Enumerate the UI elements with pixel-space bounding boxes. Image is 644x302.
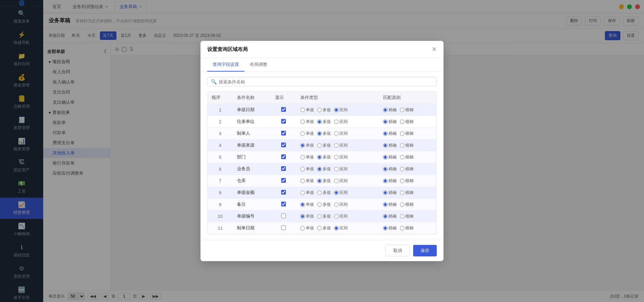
type-radio-区间[interactable]: 区间: [334, 178, 348, 184]
type-radio-区间[interactable]: 区间: [334, 119, 348, 125]
match-radio-精确[interactable]: 精确: [383, 202, 397, 207]
match-radio-模糊[interactable]: 模糊: [400, 225, 413, 231]
row-order: 7: [208, 175, 233, 187]
row-display: [271, 151, 296, 163]
match-radio-精确[interactable]: 精确: [383, 143, 397, 148]
match-radio-精确[interactable]: 精确: [383, 131, 397, 136]
display-checkbox[interactable]: [281, 178, 286, 183]
type-radio-区间[interactable]: 区间: [334, 202, 348, 207]
settings-dialog: 设置查询区域布局 ✕ 查询字段设置布局调整 🔍 顺序条件名称显示条件类型匹配原则…: [200, 41, 444, 261]
type-radio-多值[interactable]: 多值: [317, 154, 331, 160]
type-radio-单值[interactable]: 单值: [300, 178, 314, 184]
type-radio-区间[interactable]: 区间: [334, 154, 348, 160]
match-radio-模糊[interactable]: 模糊: [400, 154, 413, 160]
match-radio-精确[interactable]: 精确: [383, 178, 397, 184]
search-icon: 🔍: [211, 79, 217, 84]
dialog-save-button[interactable]: 保存: [413, 245, 437, 256]
row-display: [271, 175, 296, 187]
type-radio-单值[interactable]: 单值: [300, 202, 314, 207]
type-radio-区间[interactable]: 区间: [334, 131, 348, 136]
match-radio-精确[interactable]: 精确: [383, 154, 397, 160]
type-radio-多值[interactable]: 多值: [317, 119, 331, 125]
row-name: 往来单位: [233, 116, 271, 128]
row-match: 精确模糊: [379, 187, 436, 199]
display-checkbox[interactable]: [281, 143, 286, 147]
match-radio-精确[interactable]: 精确: [383, 119, 397, 125]
match-radio-模糊[interactable]: 模糊: [400, 213, 413, 219]
row-type: 单值多值区间: [296, 210, 379, 222]
display-checkbox[interactable]: [281, 202, 286, 206]
type-radio-区间[interactable]: 区间: [334, 107, 348, 113]
table-row: 3制单人单值多值区间精确模糊: [208, 128, 436, 140]
row-match: 精确模糊: [379, 222, 436, 234]
type-radio-区间[interactable]: 区间: [334, 225, 348, 231]
match-radio-模糊[interactable]: 模糊: [400, 131, 413, 136]
type-radio-单值[interactable]: 单值: [300, 107, 314, 113]
type-radio-多值[interactable]: 多值: [317, 131, 331, 136]
type-radio-多值[interactable]: 多值: [317, 178, 331, 184]
row-display: [271, 222, 296, 234]
row-match: 精确模糊: [379, 175, 436, 187]
row-match: 精确模糊: [379, 210, 436, 222]
row-type: 单值多值区间: [296, 199, 379, 210]
modal-overlay: 设置查询区域布局 ✕ 查询字段设置布局调整 🔍 顺序条件名称显示条件类型匹配原则…: [0, 0, 644, 302]
type-radio-单值[interactable]: 单值: [300, 166, 314, 172]
row-type: 单值多值区间: [296, 222, 379, 234]
match-radio-模糊[interactable]: 模糊: [400, 178, 413, 184]
type-radio-区间[interactable]: 区间: [334, 190, 348, 196]
dialog-tab-query_fields[interactable]: 查询字段设置: [207, 58, 244, 72]
row-type: 单值多值区间: [296, 175, 379, 187]
display-checkbox[interactable]: [281, 131, 286, 135]
type-radio-区间[interactable]: 区间: [334, 143, 348, 148]
type-radio-单值[interactable]: 单值: [300, 154, 314, 160]
row-type: 单值多值区间: [296, 128, 379, 140]
match-radio-模糊[interactable]: 模糊: [400, 107, 413, 113]
match-radio-精确[interactable]: 精确: [383, 166, 397, 172]
row-order: 10: [208, 210, 233, 222]
type-radio-单值[interactable]: 单值: [300, 190, 314, 196]
type-radio-多值[interactable]: 多值: [317, 107, 331, 113]
type-radio-多值[interactable]: 多值: [317, 213, 331, 219]
type-radio-单值[interactable]: 单值: [300, 143, 314, 148]
row-match: 精确模糊: [379, 140, 436, 151]
row-order: 9: [208, 199, 233, 210]
display-checkbox[interactable]: [281, 190, 286, 195]
type-radio-单值[interactable]: 单值: [300, 131, 314, 136]
dialog-close-button[interactable]: ✕: [432, 46, 437, 53]
match-radio-精确[interactable]: 精确: [383, 213, 397, 219]
match-radio-模糊[interactable]: 模糊: [400, 202, 413, 207]
match-radio-精确[interactable]: 精确: [383, 190, 397, 196]
match-radio-模糊[interactable]: 模糊: [400, 166, 413, 172]
match-radio-模糊[interactable]: 模糊: [400, 190, 413, 196]
row-order: 6: [208, 163, 233, 175]
match-radio-模糊[interactable]: 模糊: [400, 119, 413, 125]
match-radio-精确[interactable]: 精确: [383, 107, 397, 113]
row-display: [271, 187, 296, 199]
type-radio-多值[interactable]: 多值: [317, 166, 331, 172]
match-radio-精确[interactable]: 精确: [383, 225, 397, 231]
type-radio-多值[interactable]: 多值: [317, 202, 331, 207]
col-header-条件名称: 条件名称: [233, 92, 271, 104]
display-checkbox[interactable]: [281, 154, 286, 159]
type-radio-区间[interactable]: 区间: [334, 166, 348, 172]
display-checkbox[interactable]: [281, 119, 286, 124]
row-type: 单值多值区间: [296, 187, 379, 199]
display-checkbox[interactable]: [281, 166, 286, 171]
type-radio-单值[interactable]: 单值: [300, 225, 314, 231]
type-radio-多值[interactable]: 多值: [317, 143, 331, 148]
cancel-button[interactable]: 取消: [385, 245, 410, 256]
display-checkbox[interactable]: [281, 225, 286, 230]
table-row: 5部门单值多值区间精确模糊: [208, 151, 436, 163]
condition-search-input[interactable]: [219, 79, 433, 84]
display-checkbox[interactable]: [281, 213, 286, 218]
display-checkbox[interactable]: [281, 107, 286, 112]
type-radio-多值[interactable]: 多值: [317, 225, 331, 231]
type-radio-多值[interactable]: 多值: [317, 190, 331, 196]
type-radio-区间[interactable]: 区间: [334, 213, 348, 219]
type-radio-单值[interactable]: 单值: [300, 119, 314, 125]
dialog-tab-layout[interactable]: 布局调整: [244, 58, 273, 72]
type-radio-单值[interactable]: 单值: [300, 213, 314, 219]
row-order: 11: [208, 222, 233, 234]
row-display: [271, 163, 296, 175]
match-radio-模糊[interactable]: 模糊: [400, 143, 413, 148]
